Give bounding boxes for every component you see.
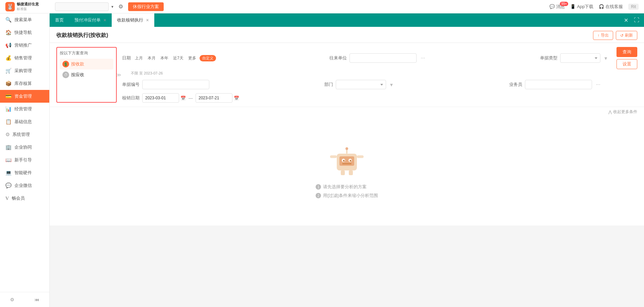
partner-more-btn[interactable]: ···	[419, 55, 426, 61]
sidebar-item-hardware[interactable]: 💻 智能硬件	[0, 166, 49, 179]
doc-type-label: 单据类型	[540, 55, 557, 61]
sidebar-label-search-menu: 搜索菜单	[14, 17, 32, 23]
app-download-button[interactable]: 📱 App下载	[570, 4, 593, 10]
sidebar-item-operation[interactable]: 📊 经营管理	[0, 103, 49, 115]
search-menu-icon: 🔍	[5, 17, 12, 23]
export-button[interactable]: ↑ 导出	[593, 31, 613, 40]
cancel-date-start-input[interactable]	[142, 93, 179, 103]
tip-text-1: 请先选择要分析的方案	[323, 184, 367, 190]
date-btn-this-month[interactable]: 本月	[146, 55, 157, 62]
sidebar-item-enterprise[interactable]: 🏢 企业协同	[0, 141, 49, 154]
tab-receipt-cancel[interactable]: 收款核销执行 ✕	[112, 13, 154, 27]
topbar-search-input[interactable]	[55, 2, 109, 11]
sidebar-item-marketing[interactable]: 📢 营销推广	[0, 39, 49, 52]
empty-tip-1: 1 请先选择要分析的方案	[316, 184, 378, 190]
staff-input[interactable]	[525, 80, 592, 89]
headset-icon: 🎧	[599, 4, 604, 9]
topbar-center: ▾ ⚙ 休假行业方案	[55, 2, 549, 11]
settings-icon[interactable]: ⚙	[116, 2, 125, 11]
sidebar-settings-btn[interactable]: ⚙	[8, 295, 16, 304]
filter-left-panel: 按以下方案查询 💲 按收款 ⏱ 按应收 ≫	[56, 47, 117, 103]
filter-option-by-receipt[interactable]: 💲 按收款	[60, 59, 113, 69]
filter-collapse-arrow[interactable]: ≫	[116, 72, 121, 78]
date-btn-more[interactable]: 更多	[187, 55, 198, 62]
doc-type-select[interactable]	[560, 53, 600, 63]
sidebar-label-marketing: 营销推广	[14, 42, 32, 48]
svg-point-5	[350, 160, 352, 162]
sidebar-collapse-btn[interactable]: ⏮	[33, 295, 41, 304]
date-label: 日期	[122, 55, 131, 61]
system-icon: ⚙	[5, 132, 10, 138]
date-btn-7days[interactable]: 近7天	[172, 55, 185, 62]
query-button[interactable]: 查询	[616, 47, 637, 57]
doc-no-field: 单据编号	[122, 80, 209, 89]
by-receipt-icon: 💲	[62, 61, 69, 67]
date-btn-this-year[interactable]: 本年	[159, 55, 170, 62]
tab-close-receipt[interactable]: ✕	[146, 18, 149, 22]
cancel-date-end-input[interactable]	[196, 93, 232, 103]
date-range-dash: —	[189, 96, 193, 101]
partner-input[interactable]	[350, 53, 417, 63]
tab-prepay[interactable]: 预付冲应付单 ✕	[69, 13, 112, 27]
filter-row-1: 日期 上月 本月 本年 近7天 更多 自定义 往来单位	[122, 47, 637, 69]
export-icon: ↑	[597, 33, 599, 38]
vip-icon: V	[5, 196, 9, 201]
guide-icon: 📖	[5, 157, 12, 163]
enterprise-icon: 🏢	[5, 144, 12, 150]
online-service-button[interactable]: 🎧 在线客服	[599, 4, 623, 10]
doc-type-more-btn[interactable]: ▾	[603, 55, 608, 61]
sidebar-label-operation: 经营管理	[14, 106, 32, 112]
filter-option-by-receivable[interactable]: ⏱ 按应收	[60, 69, 113, 80]
message-button[interactable]: 💬 消息 99+	[549, 4, 565, 10]
topbar-dropdown-arrow[interactable]: ▾	[111, 4, 113, 9]
cal-start-icon[interactable]: 📅	[180, 96, 186, 101]
topbar: 🐰 畅捷通好生意 标准版 ▾ ⚙ 休假行业方案 💬 消息 99+ 📱 App下载…	[0, 0, 644, 13]
phone-icon: 📱	[570, 4, 576, 9]
sidebar-label-enterprise: 企业协同	[14, 144, 32, 150]
message-badge: 99+	[560, 2, 568, 6]
sidebar-item-system[interactable]: ⚙ 系统管理	[0, 128, 49, 141]
date-btn-last-month[interactable]: 上月	[133, 55, 144, 62]
svg-point-4	[343, 160, 345, 162]
date-hint-row: 不限 至 2023-07-26	[131, 70, 637, 76]
date-custom-tag[interactable]: 自定义	[200, 55, 216, 61]
marketing-icon: 📢	[5, 42, 12, 48]
user-name[interactable]: Rit	[628, 4, 639, 10]
logo-icon: 🐰	[5, 2, 15, 11]
doc-no-input[interactable]	[142, 80, 209, 89]
sidebar-item-basic-info[interactable]: 📋 基础信息	[0, 115, 49, 128]
sidebar-item-vip[interactable]: V 畅会员	[0, 192, 49, 205]
basic-info-icon: 📋	[5, 119, 12, 125]
cal-end-icon[interactable]: 📅	[234, 96, 239, 101]
collapse-more-btn[interactable]: ⋀ 收起更多条件	[50, 107, 644, 117]
inventory-icon: 📦	[5, 81, 12, 87]
sidebar-item-finance[interactable]: 💳 资金管理	[0, 90, 49, 103]
sidebar-item-guide[interactable]: 📖 新手引导	[0, 154, 49, 166]
sidebar: 🔍 搜索菜单 🏠 快捷导航 📢 营销推广 💰 销售管理 🛒 采购管理 📦 库存核…	[0, 13, 50, 307]
operation-icon: 📊	[5, 106, 12, 112]
expand-tab-icon[interactable]: ⛶	[632, 15, 641, 25]
dept-select[interactable]	[336, 80, 386, 89]
sales-icon: 💰	[5, 55, 12, 61]
sidebar-item-inventory[interactable]: 📦 库存核算	[0, 77, 49, 90]
sidebar-item-search-menu[interactable]: 🔍 搜索菜单	[0, 13, 49, 26]
filter-area: 按以下方案查询 💲 按收款 ⏱ 按应收 ≫ 日期	[50, 43, 644, 107]
settings-button[interactable]: 设置	[616, 59, 637, 69]
tab-close-prepay[interactable]: ✕	[103, 18, 106, 22]
close-tab-icon[interactable]: ✕	[621, 15, 631, 25]
quick-nav-icon: 🏠	[5, 30, 12, 36]
refresh-button[interactable]: ↺ 刷新	[616, 31, 637, 40]
solution-button[interactable]: 休假行业方案	[128, 2, 164, 11]
sidebar-label-vip: 畅会员	[12, 195, 25, 201]
staff-more-btn[interactable]: ···	[595, 82, 602, 88]
svg-point-12	[345, 147, 348, 150]
sidebar-item-quick-nav[interactable]: 🏠 快捷导航	[0, 26, 49, 39]
sidebar-item-sales[interactable]: 💰 销售管理	[0, 52, 49, 64]
empty-tip-2: 2 用[过滤]条件来缩小分析范围	[316, 193, 378, 199]
by-receivable-icon: ⏱	[62, 71, 69, 78]
sidebar-item-purchase[interactable]: 🛒 采购管理	[0, 64, 49, 77]
sidebar-item-wechat[interactable]: 💬 企业微信	[0, 179, 49, 192]
tab-home[interactable]: 首页	[50, 13, 69, 27]
cancel-date-end-group: 📅	[196, 93, 239, 103]
dept-more-btn[interactable]: ▾	[389, 82, 394, 88]
